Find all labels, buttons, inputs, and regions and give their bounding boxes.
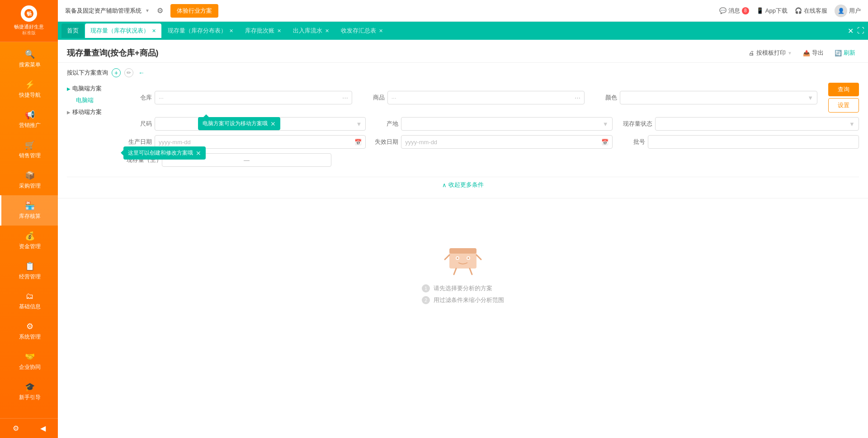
export-label: 导出 [812, 49, 824, 57]
warehouse-label: 仓库 [127, 94, 152, 102]
tab-batch-account-close[interactable]: ✕ [277, 28, 281, 34]
export-icon: 📤 [803, 50, 810, 57]
sidebar-item-search[interactable]: 🔍 搜索菜单 [0, 44, 58, 74]
mobile-scheme-group[interactable]: ▶ 移动端方案 [67, 106, 121, 118]
topbar-user[interactable]: 👤 用户 [835, 5, 861, 17]
system-dropdown-arrow: ▼ [145, 8, 150, 13]
tab-in-out-flow-close[interactable]: ✕ [325, 28, 329, 34]
tab-batch-account-label: 库存批次账 [245, 27, 274, 35]
tab-inventory-dist[interactable]: 现存量（库存分布表） ✕ [162, 24, 239, 38]
cart-icon: 🛒 [25, 140, 35, 150]
origin-select[interactable]: ▼ [401, 117, 612, 131]
print-btn[interactable]: 🖨 按模板打印 ▼ [745, 47, 796, 59]
warehouse-select[interactable]: ··· ⋯ [155, 91, 352, 104]
empty-steps: 1 请先选择要分析的方案 2 用过滤条件来缩小分析范围 [422, 284, 504, 308]
tab-in-out-flow[interactable]: 出入库流水 ✕ [288, 24, 335, 38]
topbar-app[interactable]: 📱 App下载 [756, 7, 788, 15]
query-btn[interactable]: 查询 [828, 83, 859, 96]
desktop-scheme-group[interactable]: ▶ 电脑端方案 [67, 83, 121, 94]
tooltip-scheme-close[interactable]: ✕ [270, 120, 276, 127]
collapse-bar[interactable]: ∧ 收起更多条件 [67, 177, 859, 193]
sidebar-item-operation-label: 经营管理 [19, 273, 41, 281]
stock-range-to[interactable] [251, 157, 327, 164]
origin-arrow: ▼ [603, 121, 609, 127]
logo-text: 畅捷通好生意 [14, 24, 44, 30]
filter-warehouse: 仓库 ··· ⋯ [127, 91, 352, 104]
tab-inventory-status-close[interactable]: ✕ [152, 28, 156, 34]
filter-section: 按以下方案查询 + ✏ ← ▶ 电脑端方案 电脑端 [58, 63, 868, 198]
megaphone-icon: 📢 [25, 110, 35, 120]
tab-home[interactable]: 首页 [61, 24, 84, 38]
empty-step-1-text: 请先选择要分析的方案 [434, 284, 492, 292]
tab-in-out-flow-label: 出入库流水 [293, 27, 322, 35]
trial-btn[interactable]: 体验行业方案 [170, 4, 218, 18]
sidebar-item-enterprise[interactable]: 🤝 企业协同 [0, 346, 58, 377]
goods-select[interactable]: ··· ⋯ [387, 91, 585, 104]
empty-step-1: 1 请先选择要分析的方案 [422, 284, 504, 292]
tab-inventory-status[interactable]: 现存量（库存状况表） ✕ [85, 24, 161, 38]
stock-status-select[interactable]: ▼ [655, 117, 859, 131]
sidebar-item-operation[interactable]: 📋 经营管理 [0, 256, 58, 286]
topbar-support[interactable]: 🎧 在线客服 [795, 7, 827, 15]
expire-date-from-placeholder: yyyy-mm-dd [405, 139, 437, 146]
tab-close-all-btn[interactable]: ✕ [848, 27, 854, 35]
sidebar-item-search-label: 搜索菜单 [19, 61, 41, 69]
mobile-scheme-arrow: ▶ [67, 110, 71, 115]
page-actions: 🖨 按模板打印 ▼ 📤 导出 🔄 刷新 [745, 47, 859, 59]
filter-origin: 产地 ▼ [373, 117, 612, 131]
tab-inventory-dist-label: 现存量（库存分布表） [168, 27, 226, 35]
tab-collect-summary[interactable]: 收发存汇总表 ✕ [335, 24, 388, 38]
content-area: 现存量查询(按仓库+商品) 🖨 按模板打印 ▼ 📤 导出 🔄 刷新 [58, 40, 868, 438]
sidebar-footer: ⚙ ◀ [0, 418, 58, 438]
tab-inventory-dist-close[interactable]: ✕ [229, 28, 233, 34]
tab-inventory-status-label: 现存量（库存状况表） [90, 27, 149, 35]
sidebar-item-enterprise-label: 企业协同 [19, 363, 41, 371]
tabbar-right: ✕ ⛶ [848, 27, 864, 35]
tooltip-create-scheme: 这里可以创建和修改方案哦 ✕ [123, 146, 206, 160]
color-select[interactable]: ▼ [620, 91, 817, 104]
sidebar-settings-btn[interactable]: ⚙ [13, 424, 19, 433]
tab-fullscreen-btn[interactable]: ⛶ [857, 27, 864, 35]
sidebar-item-finance[interactable]: 💰 资金管理 [0, 226, 58, 256]
filter-back-btn[interactable]: ← [137, 68, 146, 77]
sidebar-item-system-label: 系统管理 [19, 333, 41, 341]
expire-date-from[interactable]: yyyy-mm-dd 📅 [401, 135, 612, 149]
message-icon: 💬 [719, 7, 726, 14]
filter-row-4: 现存量（主） — [127, 153, 859, 167]
main-area: 装备及固定资产辅助管理系统 ▼ ⚙ 体验行业方案 💬 消息 8 📱 App下载 … [58, 0, 868, 438]
set-btn[interactable]: 设置 [828, 98, 859, 113]
topbar-system-name[interactable]: 装备及固定资产辅助管理系统 ▼ [65, 7, 150, 15]
topbar-gear-icon[interactable]: ⚙ [157, 6, 163, 15]
export-btn[interactable]: 📤 导出 [799, 47, 827, 59]
sidebar-nav: 🔍 搜索菜单 ⚡ 快捷导航 📢 营销推广 🛒 销售管理 📦 采购管理 🏪 库存核… [0, 42, 58, 418]
sidebar-item-marketing[interactable]: 📢 营销推广 [0, 104, 58, 135]
tab-collect-summary-label: 收发存汇总表 [341, 27, 376, 35]
sidebar-item-quick[interactable]: ⚡ 快捷导航 [0, 74, 58, 104]
user-avatar: 👤 [835, 5, 847, 17]
sidebar-item-guide[interactable]: 🎓 新手引导 [0, 377, 58, 407]
filter-edit-btn[interactable]: ✏ [124, 68, 133, 77]
sidebar-collapse-btn[interactable]: ◀ [40, 424, 46, 433]
sidebar-item-system[interactable]: ⚙ 系统管理 [0, 316, 58, 346]
sidebar-item-inventory-label: 库存核算 [19, 212, 41, 220]
tab-collect-summary-close[interactable]: ✕ [379, 28, 383, 34]
sidebar-item-basic[interactable]: 🗂 基础信息 [0, 286, 58, 316]
filter-goods: 商品 ··· ⋯ [359, 91, 585, 104]
svg-point-7 [467, 257, 469, 259]
topbar: 装备及固定资产辅助管理系统 ▼ ⚙ 体验行业方案 💬 消息 8 📱 App下载 … [58, 0, 868, 22]
filter-add-btn[interactable]: + [112, 68, 121, 77]
refresh-btn[interactable]: 🔄 刷新 [831, 47, 859, 59]
sidebar-item-purchase[interactable]: 📦 采购管理 [0, 165, 58, 195]
stock-status-label: 现存量状态 [620, 120, 652, 128]
mobile-scheme-label: 移动端方案 [72, 108, 102, 116]
batch-no-input[interactable] [648, 135, 859, 149]
sidebar-item-sales[interactable]: 🛒 销售管理 [0, 135, 58, 165]
goods-label: 商品 [359, 94, 385, 102]
desktop-scheme-item[interactable]: 电脑端 [67, 94, 121, 106]
sidebar-item-inventory[interactable]: 🏪 库存核算 [0, 195, 58, 226]
tooltip-create-close[interactable]: ✕ [196, 150, 201, 157]
tab-batch-account[interactable]: 库存批次账 ✕ [240, 24, 287, 38]
warehouse-more-icon: ⋯ [342, 94, 348, 101]
filter-stock-status: 现存量状态 ▼ [620, 117, 859, 131]
topbar-message[interactable]: 💬 消息 8 [719, 7, 749, 15]
